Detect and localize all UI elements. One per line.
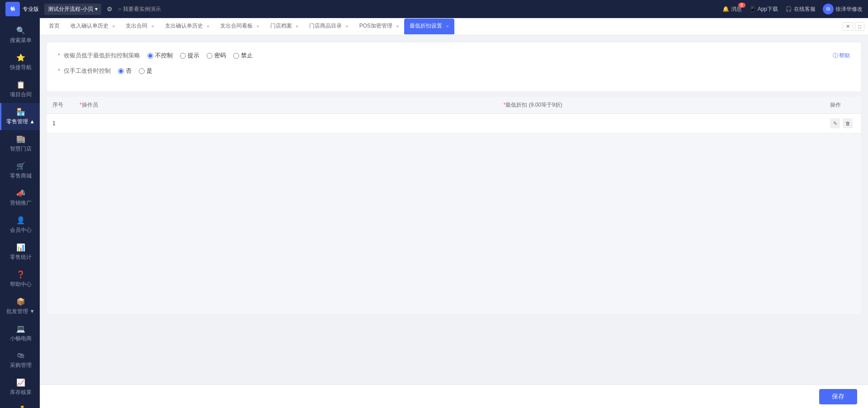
field1-required-mark: * <box>58 52 60 59</box>
chevron-down-icon: ▾ <box>95 6 98 12</box>
sidebar-item-marketing[interactable]: 📣 营销推广 <box>0 184 40 211</box>
tab-store-file-close[interactable]: × <box>296 23 298 29</box>
messages-btn[interactable]: 🔔 消息 8 <box>722 5 742 13</box>
th-actions: 操作 <box>825 97 861 114</box>
tab-store-products-close[interactable]: × <box>345 23 348 29</box>
purchase-icon: 🛍 <box>17 352 24 360</box>
tab-home[interactable]: 首页 <box>43 19 65 34</box>
radio-yes[interactable]: 是 <box>139 67 152 75</box>
top-bar-right: 🔔 消息 8 📱 App下载 🎧 在线客服 徐 徐泽华修改 <box>722 4 863 14</box>
save-button[interactable]: 保存 <box>819 389 857 404</box>
sidebar-item-ecommerce[interactable]: 💻 小畅电商 <box>0 320 40 347</box>
radio-forbid-input[interactable] <box>233 53 239 59</box>
user-profile-btn[interactable]: 徐 徐泽华修改 <box>823 4 863 14</box>
tab-expenditure-history-label: 支出确认单历史 <box>165 22 203 30</box>
table-header-row: 序号 *操作员 *最低折扣 (9.00等于9折) 操作 <box>47 97 861 114</box>
radio-no-control[interactable]: 不控制 <box>147 52 173 60</box>
edit-icon[interactable]: ✎ <box>830 118 840 128</box>
project-name: 测试分开流程-小贝 <box>48 5 93 13</box>
app-download-btn[interactable]: 📱 App下载 <box>749 5 778 13</box>
headset-icon: 🎧 <box>785 6 792 12</box>
sidebar-item-search[interactable]: 🔍 搜索菜单 <box>0 22 40 49</box>
mall-icon: 🛒 <box>16 162 25 170</box>
question-icon: ⓘ <box>833 52 838 60</box>
tab-min-discount-close[interactable]: × <box>446 23 448 29</box>
tab-expenditure-contract-close[interactable]: × <box>151 23 154 29</box>
radio-tip-label: 提示 <box>188 52 199 60</box>
tab-pos-encrypt[interactable]: POS加密管理 × <box>354 19 405 34</box>
radio-password[interactable]: 密码 <box>207 52 226 60</box>
radio-no-control-input[interactable] <box>147 53 153 59</box>
sidebar-item-wholesale[interactable]: 📦 批发管理 ▼ <box>0 293 40 320</box>
help-label: 帮助 <box>839 52 850 60</box>
sidebar-label-smart-store: 智慧门店 <box>10 145 32 153</box>
tab-maximize-btn[interactable]: □ <box>855 22 864 31</box>
tab-expenditure-board-label: 支出合同看板 <box>220 22 253 30</box>
td-actions: ✎ 🗑 <box>825 114 861 133</box>
help-btn[interactable]: ⓘ 帮助 <box>833 52 850 60</box>
sidebar-item-help[interactable]: ❓ 帮助中心 <box>0 266 40 293</box>
tab-store-file-label: 门店档案 <box>270 22 292 30</box>
sidebar-item-retail-mall[interactable]: 🛒 零售商城 <box>0 157 40 184</box>
radio-no-label: 否 <box>126 67 132 75</box>
sidebar-item-contract[interactable]: 📋 项目合同 <box>0 76 40 103</box>
content-area: 首页 收入确认单历史 × 支出合同 × 支出确认单历史 × 支出合同看板 × 门… <box>40 18 868 408</box>
store-icon: 🏬 <box>16 135 25 143</box>
th-discount: *最低折扣 (9.00等于9折) <box>498 97 825 114</box>
tab-expenditure-history[interactable]: 支出确认单历史 × <box>160 19 215 34</box>
tab-store-products[interactable]: 门店商品目录 × <box>304 19 354 34</box>
page-content: * 收银员低于最低折扣控制策略 不控制 提示 <box>40 35 868 385</box>
download-icon: 📱 <box>749 6 756 12</box>
sidebar-item-retail[interactable]: 🏪 零售管理 ▲ <box>0 103 40 130</box>
form-row-control-strategy: * 收银员低于最低折扣控制策略 不控制 提示 <box>58 52 850 60</box>
sidebar-item-purchase[interactable]: 🛍 采购管理 <box>0 347 40 374</box>
tab-expenditure-board[interactable]: 支出合同看板 × <box>215 19 264 34</box>
main-layout: 🔍 搜索菜单 ⭐ 快捷导航 📋 项目合同 🏪 零售管理 ▲ 🏬 智慧门店 🛒 零… <box>0 18 868 408</box>
tab-expenditure-board-close[interactable]: × <box>256 23 259 29</box>
tab-expenditure-contract-label: 支出合同 <box>126 22 147 30</box>
sidebar-label-search: 搜索菜单 <box>10 37 32 44</box>
project-selector[interactable]: 测试分开流程-小贝 ▾ <box>44 4 101 15</box>
radio-tip[interactable]: 提示 <box>180 52 199 60</box>
table-empty-area <box>47 133 861 314</box>
radio-no-control-label: 不控制 <box>155 52 173 60</box>
member-icon: 👤 <box>16 216 25 225</box>
tabs-bar: 首页 收入确认单历史 × 支出合同 × 支出确认单历史 × 支出合同看板 × 门… <box>40 18 868 35</box>
radio-no-input[interactable] <box>118 68 124 74</box>
radio-no[interactable]: 否 <box>118 67 132 75</box>
sidebar-item-member[interactable]: 👤 会员中心 <box>0 211 40 239</box>
delete-icon[interactable]: 🗑 <box>843 118 853 128</box>
top-bar: 畅 专业版 测试分开流程-小贝 ▾ ⚙ ○ 我要看实例演示 🔔 消息 8 📱 A… <box>0 0 868 18</box>
tab-pos-encrypt-label: POS加密管理 <box>359 22 392 30</box>
sidebar-item-quicknav[interactable]: ⭐ 快捷导航 <box>0 49 40 76</box>
sidebar-item-smart-store[interactable]: 🏬 智慧门店 <box>0 130 40 157</box>
radio-password-input[interactable] <box>207 53 212 59</box>
tab-pos-encrypt-close[interactable]: × <box>396 23 399 29</box>
sidebar-item-retail-stats[interactable]: 📊 零售统计 <box>0 239 40 266</box>
logo-icon: 畅 <box>5 2 20 16</box>
tab-min-discount[interactable]: 最低折扣设置 × <box>404 19 454 34</box>
tab-income-history-label: 收入确认单历史 <box>71 22 108 30</box>
sidebar-item-finance[interactable]: 💰 资金管理 <box>0 401 40 408</box>
radio-yes-input[interactable] <box>139 68 145 74</box>
tab-income-history[interactable]: 收入确认单历史 × <box>65 19 120 34</box>
radio-tip-input[interactable] <box>180 53 186 59</box>
control-strategy-radio-group: 不控制 提示 密码 禁止 <box>147 52 253 60</box>
tab-expenditure-contract[interactable]: 支出合同 × <box>120 19 159 34</box>
field2-label: * 仅手工改价时控制 <box>58 67 111 75</box>
radio-forbid-label: 禁止 <box>241 52 253 60</box>
demo-link[interactable]: ○ 我要看实例演示 <box>118 5 161 13</box>
online-service-btn[interactable]: 🎧 在线客服 <box>785 5 816 13</box>
tab-income-history-close[interactable]: × <box>112 23 115 29</box>
sidebar-item-inventory[interactable]: 📈 库存核算 <box>0 374 40 401</box>
settings-icon[interactable]: ⚙ <box>107 5 113 13</box>
tab-actions: ✕ □ <box>843 22 864 31</box>
tab-expenditure-history-close[interactable]: × <box>207 23 209 29</box>
tab-store-file[interactable]: 门店档案 × <box>265 19 304 34</box>
username-label: 徐泽华修改 <box>835 5 863 13</box>
th-seq: 序号 <box>47 97 74 114</box>
messages-badge: 8 <box>738 3 745 8</box>
tab-close-btn[interactable]: ✕ <box>843 22 853 31</box>
field1-label: * 收银员低于最低折扣控制策略 <box>58 52 140 60</box>
radio-forbid[interactable]: 禁止 <box>233 52 253 60</box>
